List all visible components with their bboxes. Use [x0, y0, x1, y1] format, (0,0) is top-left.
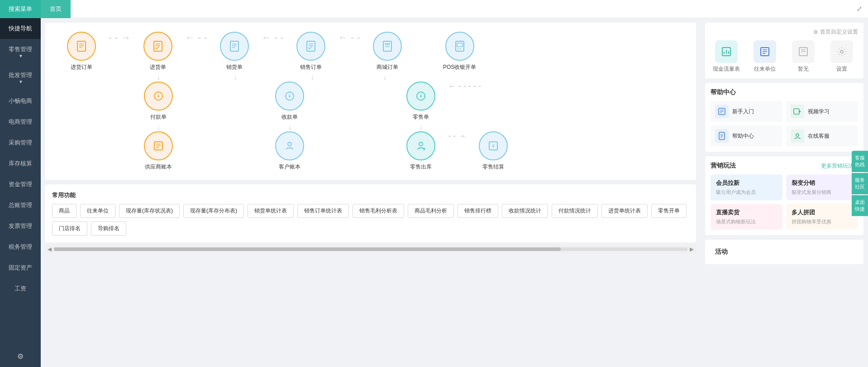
marketing-item-fission[interactable]: 裂变分销 裂变式发展分销商 — [786, 174, 858, 200]
marketing-item-member[interactable]: 会员拉新 吸引用户成为会员 — [711, 174, 782, 200]
func-btn-retail-order[interactable]: 零售开单 — [651, 204, 687, 218]
beginner-label: 新手入门 — [732, 108, 754, 116]
down-arrow-purchase: ↓ — [131, 73, 186, 82]
sales-order-label: 销售订单 — [300, 63, 322, 71]
sidebar-item-wholesale[interactable]: 批发管理 ▼ — [0, 65, 41, 91]
func-btn-sales-rank[interactable]: 销售排行榜 — [458, 204, 498, 218]
svg-rect-11 — [307, 41, 315, 51]
scroll-track[interactable] — [54, 247, 687, 251]
marketing-card: 营销玩法 更多营销玩法 > 会员拉新 吸引用户成为会员 裂变分销 裂变式发展分销… — [705, 156, 863, 235]
main-layout: 快捷导航 零售管理 ▼ 批发管理 ▼ 小畅电商 电商管理 采购管理 库存核算 资… — [0, 18, 868, 367]
purchase-label: 进货单 — [150, 63, 166, 71]
scroll-thumb[interactable] — [54, 247, 561, 251]
help-item-help[interactable]: 帮助中心 — [711, 126, 782, 146]
help-item-video[interactable]: 视频学习 — [786, 101, 858, 122]
help-center-label: 帮助中心 — [732, 132, 754, 140]
quick-icon-settings[interactable]: 设置 — [826, 40, 858, 73]
quick-icon-none[interactable]: 暂无 — [787, 40, 819, 73]
custom-settings-link[interactable]: ⚙ 首页自定义设置 — [813, 28, 858, 36]
group-title: 多人拼团 — [792, 208, 853, 217]
marketing-title: 营销玩法 — [711, 162, 736, 170]
flow-node-purchase-order[interactable]: 进货订单 — [54, 32, 109, 71]
search-menu-button[interactable]: 搜索菜单 — [0, 0, 41, 18]
sales-icon — [220, 32, 249, 61]
help-item-beginner[interactable]: 新手入门 — [711, 101, 782, 122]
purchase-icon — [143, 32, 172, 61]
retail-settle-label: 零售结算 — [482, 163, 504, 171]
purchase-order-icon — [67, 32, 96, 61]
mall-order-icon — [373, 32, 402, 61]
marketing-item-live[interactable]: 直播卖货 场景式购物新玩法 — [711, 204, 782, 230]
activity-card: 活动 — [705, 240, 863, 264]
sidebar-item-tax[interactable]: 税务管理 — [0, 237, 41, 257]
flow-node-sales-order[interactable]: 销售订单 — [284, 32, 338, 71]
float-btn-service[interactable]: 客服热线 — [852, 151, 868, 172]
group-desc: 拼团购物享受优惠 — [792, 218, 853, 225]
func-btn-purchase-stats[interactable]: 进货单统计表 — [601, 204, 648, 218]
func-btn-goods[interactable]: 商品 — [52, 204, 76, 218]
down-arrow-payment: ↓ — [131, 123, 186, 131]
scroll-right-arrow[interactable]: ▶ — [690, 246, 694, 252]
common-functions-card: 常用功能 商品 往来单位 现存量(库存状况表) 现存量(库存分布表) 销货单统计… — [45, 184, 696, 242]
top-right: ⤢ — [854, 5, 868, 14]
flow-node-receipt[interactable]: ¥ 收款单 — [262, 82, 317, 121]
sidebar-item-fixed-assets[interactable]: 固定资产 — [0, 257, 41, 278]
func-btn-guide-rank[interactable]: 导购排名 — [91, 222, 126, 236]
sidebar-item-ecommerce[interactable]: 电商管理 — [0, 111, 41, 132]
sidebar-item-ledger[interactable]: 总账管理 — [0, 195, 41, 216]
marketing-item-group[interactable]: 多人拼团 拼团购物享受优惠 — [786, 204, 858, 230]
float-btn-community[interactable]: 服务社区 — [852, 173, 868, 194]
flow-node-customer-account[interactable]: 客户账本 — [262, 131, 317, 171]
func-btn-stock-dist[interactable]: 现存量(库存分布表) — [183, 204, 244, 218]
down-arrow-pos: ↓ — [358, 73, 412, 82]
func-btn-store-rank[interactable]: 门店排名 — [52, 222, 87, 236]
sidebar-item-xiaochangec[interactable]: 小畅电商 — [0, 91, 41, 111]
func-btn-contacts[interactable]: 往来单位 — [80, 204, 115, 218]
quick-icons-row: 现金流量表 往来单位 暂无 — [711, 40, 858, 73]
pos-label: POS收银开单 — [443, 63, 476, 71]
sidebar-item-inventory[interactable]: 库存核算 — [0, 153, 41, 174]
sidebar-item-invoice[interactable]: 发票管理 — [0, 216, 41, 237]
func-btn-sales-stats[interactable]: 销货单统计表 — [248, 204, 294, 218]
flow-node-sales[interactable]: 销货单 — [207, 32, 262, 71]
receipt-label: 收款单 — [281, 113, 298, 121]
flow-node-supplier-account[interactable]: 供应商账本 — [131, 131, 186, 171]
scroll-left-arrow[interactable]: ◀ — [48, 246, 52, 252]
down-arrow-sales-order: ↓ — [285, 73, 339, 82]
flow-node-retail-out[interactable]: 零售出库 — [394, 131, 448, 171]
sidebar-item-finance[interactable]: 资金管理 — [0, 174, 41, 195]
float-btn-desktop[interactable]: 桌面快捷 — [852, 195, 868, 216]
member-title: 会员拉新 — [716, 179, 777, 187]
func-btn-payment-stats[interactable]: 付款情况统计 — [552, 204, 598, 218]
svg-rect-7 — [230, 41, 238, 51]
mall-order-label: 商城订单 — [377, 63, 398, 71]
sidebar-item-purchase[interactable]: 采购管理 — [0, 132, 41, 153]
flow-node-retail-order[interactable]: ¥ 零售单 — [394, 82, 448, 121]
flow-node-mall-order[interactable]: 商城订单 — [360, 32, 415, 71]
retail-order-label: 零售单 — [413, 113, 429, 121]
func-btn-sales-margin[interactable]: 销售毛利分析表 — [353, 204, 404, 218]
func-btn-receipt-stats[interactable]: 收款情况统计 — [502, 204, 548, 218]
down-arrow-receipt: ↓ — [262, 123, 317, 131]
help-item-online-service[interactable]: 在线客服 — [786, 126, 858, 146]
expand-icon[interactable]: ⤢ — [854, 5, 863, 14]
sidebar-item-retail[interactable]: 零售管理 ▼ — [0, 39, 41, 65]
func-btn-sales-order-stats[interactable]: 销售订单统计表 — [297, 204, 349, 218]
flow-node-retail-settle[interactable]: ¥ 零售结算 — [466, 131, 520, 171]
contacts-label: 往来单位 — [754, 65, 776, 73]
quick-icon-contacts[interactable]: 往来单位 — [749, 40, 781, 73]
flow-node-payment[interactable]: ¥ 付款单 — [131, 82, 186, 121]
flow-row-2: ¥ 付款单 ¥ 收款单 — [54, 82, 687, 121]
sidebar-item-quick-nav[interactable]: 快捷导航 — [0, 18, 41, 39]
settings-label: 设置 — [836, 65, 847, 73]
home-tab[interactable]: 首页 — [41, 0, 71, 18]
sidebar-item-salary[interactable]: 工资 — [0, 278, 41, 299]
func-btn-stock-status[interactable]: 现存量(库存状况表) — [119, 204, 180, 218]
quick-icon-cashflow[interactable]: 现金流量表 — [711, 40, 742, 73]
sidebar-gear-icon[interactable]: ⚙ — [0, 346, 41, 367]
func-btn-goods-margin[interactable]: 商品毛利分析 — [408, 204, 454, 218]
flow-node-purchase[interactable]: 进货单 — [131, 32, 185, 71]
horizontal-scrollbar[interactable]: ◀ ▶ — [45, 245, 696, 254]
flow-node-pos[interactable]: POS收银开单 — [433, 32, 487, 71]
help-title: 帮助中心 — [711, 88, 858, 97]
